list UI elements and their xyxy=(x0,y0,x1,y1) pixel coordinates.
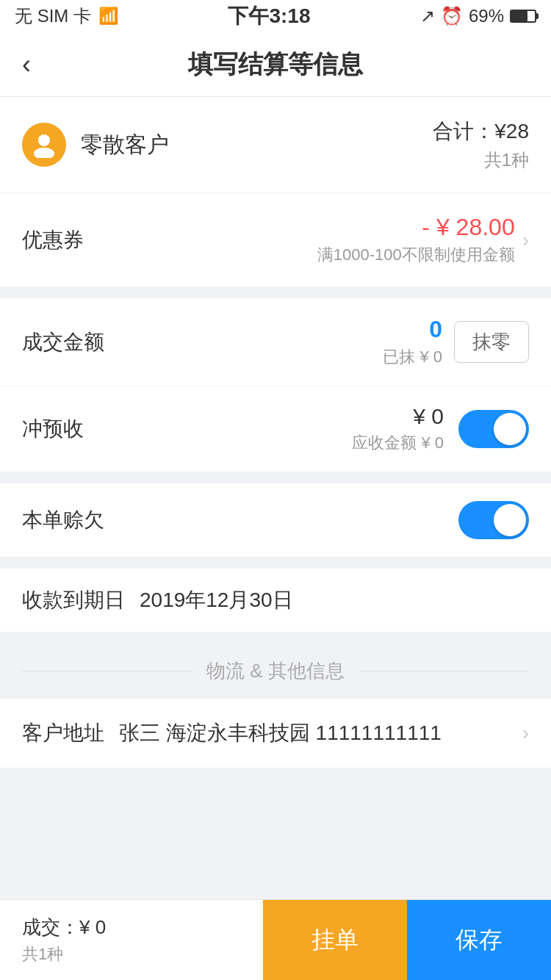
logistics-text: 物流 & 其他信息 xyxy=(206,658,345,684)
transaction-sub: 已抹 ¥ 0 xyxy=(383,346,442,368)
transaction-row: 成交金额 0 已抹 ¥ 0 抹零 xyxy=(0,298,551,386)
coupon-right: - ¥ 28.00 满1000-100不限制使用金额 › xyxy=(317,214,529,266)
customer-right: 合计：¥28 共1种 xyxy=(433,118,529,172)
customer-card: 零散客户 合计：¥28 共1种 优惠券 - ¥ 28.00 满1000-100不… xyxy=(0,97,551,287)
precollect-sub: 应收金额 ¥ 0 xyxy=(352,432,444,454)
arrears-toggle-knob xyxy=(494,504,526,536)
precollect-right: ¥ 0 应收金额 ¥ 0 xyxy=(352,404,529,454)
bottom-info: 成交：¥ 0 共1种 xyxy=(0,915,263,965)
total-count: 共1种 xyxy=(433,148,529,172)
bottom-bar: 成交：¥ 0 共1种 挂单 保存 xyxy=(0,899,551,980)
toggle-knob xyxy=(494,413,526,445)
status-right: ↗ ⏰ 69% xyxy=(420,6,536,26)
alarm-icon: ⏰ xyxy=(441,6,463,26)
precollect-label: 冲预收 xyxy=(22,415,84,443)
wifi-icon: 📶 xyxy=(98,7,118,26)
status-time: 下午3:18 xyxy=(228,2,310,30)
back-button[interactable]: ‹ xyxy=(22,49,31,80)
transaction-label: 成交金额 xyxy=(22,328,104,356)
coupon-discount: - ¥ 28.00 xyxy=(317,214,515,241)
coupon-label: 优惠券 xyxy=(22,226,84,254)
coupon-row[interactable]: 优惠券 - ¥ 28.00 满1000-100不限制使用金额 › xyxy=(0,192,551,287)
precollect-row: 冲预收 ¥ 0 应收金额 ¥ 0 xyxy=(0,386,551,472)
status-left: 无 SIM 卡 📶 xyxy=(15,4,118,28)
address-label: 客户地址 xyxy=(22,719,104,747)
deal-amount: ¥ 0 xyxy=(79,916,106,938)
divider-line-left xyxy=(22,671,192,671)
transaction-amount-wrap: 0 已抹 ¥ 0 xyxy=(383,316,442,368)
customer-avatar xyxy=(22,123,66,167)
due-date-value: 2019年12月30日 xyxy=(140,586,293,614)
transaction-section: 成交金额 0 已抹 ¥ 0 抹零 冲预收 ¥ 0 应收金额 ¥ 0 xyxy=(0,298,551,472)
arrears-label: 本单赊欠 xyxy=(22,506,104,534)
precollect-toggle[interactable] xyxy=(458,410,529,448)
customer-name: 零散客户 xyxy=(81,130,169,160)
logistics-divider: 物流 & 其他信息 xyxy=(0,644,551,699)
nav-bar: ‹ 填写结算等信息 xyxy=(0,32,551,97)
transaction-right: 0 已抹 ¥ 0 抹零 xyxy=(383,316,529,368)
precollect-amount: ¥ 0 xyxy=(352,404,444,429)
arrears-toggle[interactable] xyxy=(458,501,529,539)
location-icon: ↗ xyxy=(420,6,435,26)
round-off-button[interactable]: 抹零 xyxy=(454,321,529,363)
transaction-amount: 0 xyxy=(383,316,442,343)
content-area: 零散客户 合计：¥28 共1种 优惠券 - ¥ 28.00 满1000-100不… xyxy=(0,97,551,856)
svg-point-0 xyxy=(38,134,50,146)
save-button[interactable]: 保存 xyxy=(407,900,551,981)
address-row[interactable]: 客户地址 张三 海淀永丰科技园 11111111111 › xyxy=(0,699,551,768)
customer-row: 零散客户 合计：¥28 共1种 xyxy=(0,97,551,192)
bottom-deal-amount: 成交：¥ 0 xyxy=(22,915,241,940)
no-sim-text: 无 SIM 卡 xyxy=(15,4,91,28)
due-date-row: 收款到期日 2019年12月30日 xyxy=(0,569,551,632)
bottom-count: 共1种 xyxy=(22,943,241,965)
hold-button[interactable]: 挂单 xyxy=(263,900,407,981)
coupon-value-wrap: - ¥ 28.00 满1000-100不限制使用金额 xyxy=(317,214,515,266)
deal-label: 成交： xyxy=(22,916,79,938)
arrears-section: 本单赊欠 xyxy=(0,483,551,557)
svg-point-1 xyxy=(34,148,54,158)
chevron-right-icon: › xyxy=(522,228,529,252)
customer-left: 零散客户 xyxy=(22,123,169,167)
status-bar: 无 SIM 卡 📶 下午3:18 ↗ ⏰ 69% xyxy=(0,0,551,32)
coupon-description: 满1000-100不限制使用金额 xyxy=(317,244,515,266)
precollect-amount-wrap: ¥ 0 应收金额 ¥ 0 xyxy=(352,404,444,454)
address-value: 张三 海淀永丰科技园 11111111111 xyxy=(119,719,522,747)
due-date-label: 收款到期日 xyxy=(22,586,125,614)
battery-icon xyxy=(510,10,536,23)
divider-line-right xyxy=(359,671,529,671)
page-title: 填写结算等信息 xyxy=(188,48,363,82)
address-chevron-icon: › xyxy=(522,721,529,745)
total-amount: 合计：¥28 xyxy=(433,118,529,145)
battery-percent: 69% xyxy=(469,6,504,26)
